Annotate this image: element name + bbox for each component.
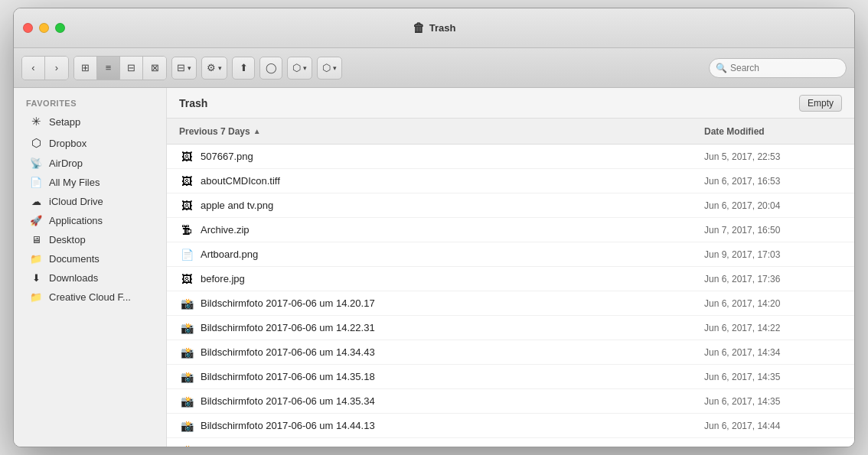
table-row[interactable]: 📄Artboard.pngJun 9, 2017, 17:03 xyxy=(167,242,854,267)
search-input[interactable] xyxy=(730,63,840,73)
content-area: Trash Empty Previous 7 Days ▲ xyxy=(167,88,854,447)
applications-icon: 🚀 xyxy=(29,215,43,226)
search-box[interactable]: 🔍 xyxy=(709,58,847,78)
file-icon: 📸 xyxy=(179,345,194,360)
date-column-header[interactable]: Date Modified xyxy=(704,126,842,137)
window-title: Trash xyxy=(429,22,456,34)
file-icon: 📸 xyxy=(179,443,194,447)
list-view-button[interactable]: ≡ xyxy=(97,57,120,80)
table-row[interactable]: 🖼507667.pngJun 5, 2017, 22:53 xyxy=(167,145,854,169)
table-row[interactable]: 🖼aboutCMDIcon.tiffJun 6, 2017, 16:53 xyxy=(167,169,854,193)
sidebar: Favorites ✳ Setapp ⬡ Dropbox 📡 AirDrop 📄… xyxy=(14,88,167,447)
column-view-icon: ⊟ xyxy=(127,62,135,73)
table-row[interactable]: 📸Bildschirmfoto 2017-06-06 um 14.22.31Ju… xyxy=(167,316,854,340)
creative-cloud-icon: 📁 xyxy=(29,291,43,303)
list-view-icon: ≡ xyxy=(106,62,112,73)
file-date: Jun 6, 2017, 20:04 xyxy=(704,200,842,211)
documents-icon: 📁 xyxy=(29,253,43,265)
empty-button-arrow xyxy=(801,88,847,92)
name-column-header[interactable]: Previous 7 Days ▲ xyxy=(179,126,704,137)
sidebar-item-icloud-drive[interactable]: ☁ iCloud Drive xyxy=(17,192,163,211)
back-button[interactable]: ‹ xyxy=(22,57,45,80)
file-name: aboutCMDIcon.tiff xyxy=(201,175,704,187)
sidebar-item-label: Setapp xyxy=(49,116,80,128)
sidebar-item-downloads[interactable]: ⬇ Downloads xyxy=(17,268,163,288)
file-icon: 🖼 xyxy=(179,198,194,213)
table-row[interactable]: 🗜Archive.zipJun 7, 2017, 16:50 xyxy=(167,218,854,242)
table-row[interactable]: 📸Bildschirmfoto 2017-06-06 um 14.44.20Ju… xyxy=(167,438,854,447)
cover-view-button[interactable]: ⊠ xyxy=(143,57,166,80)
file-date: Jun 6, 2017, 14:35 xyxy=(704,396,842,407)
file-name: Bildschirmfoto 2017-06-06 um 14.20.17 xyxy=(201,297,704,309)
tag-icon: ◯ xyxy=(266,62,277,73)
icon-view-button[interactable]: ⊞ xyxy=(74,57,97,80)
file-name: Bildschirmfoto 2017-06-06 um 14.35.18 xyxy=(201,371,704,382)
sidebar-item-label: iCloud Drive xyxy=(49,196,103,207)
file-name: Archive.zip xyxy=(201,224,704,236)
file-name: Bildschirmfoto 2017-06-06 um 14.22.31 xyxy=(201,322,704,333)
table-row[interactable]: 📸Bildschirmfoto 2017-06-06 um 14.35.34Ju… xyxy=(167,389,854,414)
cover-view-icon: ⊠ xyxy=(151,62,159,73)
file-name: before.jpg xyxy=(201,273,704,284)
sidebar-item-applications[interactable]: 🚀 Applications xyxy=(17,211,163,230)
table-row[interactable]: 📸Bildschirmfoto 2017-06-06 um 14.35.18Ju… xyxy=(167,365,854,389)
window-title-area: 🗑 Trash xyxy=(413,21,456,35)
empty-button[interactable]: Empty xyxy=(799,95,842,112)
downloads-icon: ⬇ xyxy=(29,272,43,284)
file-icon: 📄 xyxy=(179,247,194,262)
file-date: Jun 6, 2017, 14:34 xyxy=(704,347,842,358)
file-icon: 🗜 xyxy=(179,223,194,238)
toolbar: ‹ › ⊞ ≡ ⊟ ⊠ ⊟ ▾ ⚙ ▾ xyxy=(14,48,854,88)
file-date: Jun 6, 2017, 14:20 xyxy=(704,298,842,309)
table-row[interactable]: 📸Bildschirmfoto 2017-06-06 um 14.20.17Ju… xyxy=(167,291,854,316)
file-name: Bildschirmfoto 2017-06-06 um 14.44.13 xyxy=(201,420,704,431)
table-row[interactable]: 📸Bildschirmfoto 2017-06-06 um 14.34.43Ju… xyxy=(167,340,854,365)
maximize-button[interactable] xyxy=(55,23,65,33)
icloud-icon: ☁ xyxy=(29,196,43,207)
dropbox-button[interactable]: ⬡ ▾ xyxy=(287,57,312,80)
icon-view-icon: ⊞ xyxy=(81,62,90,73)
dropbox2-icon: ⬡ xyxy=(322,62,331,73)
sidebar-item-all-my-files[interactable]: 📄 All My Files xyxy=(17,173,163,192)
share-button[interactable]: ⬆ xyxy=(232,57,255,80)
minimize-button[interactable] xyxy=(39,23,49,33)
group-button[interactable]: ⊟ ▾ xyxy=(171,57,197,80)
sidebar-item-creative-cloud[interactable]: 📁 Creative Cloud F... xyxy=(17,288,163,307)
action-button[interactable]: ⚙ ▾ xyxy=(201,57,227,80)
forward-button[interactable]: › xyxy=(45,57,68,80)
sidebar-item-setapp[interactable]: ✳ Setapp xyxy=(17,111,163,132)
dropbox2-button[interactable]: ⬡ ▾ xyxy=(317,57,342,80)
sidebar-item-documents[interactable]: 📁 Documents xyxy=(17,249,163,268)
column-view-button[interactable]: ⊟ xyxy=(120,57,143,80)
table-row[interactable]: 📸Bildschirmfoto 2017-06-06 um 14.44.13Ju… xyxy=(167,414,854,438)
tag-button[interactable]: ◯ xyxy=(259,57,282,80)
file-list: 🖼507667.pngJun 5, 2017, 22:53🖼aboutCMDIc… xyxy=(167,145,854,447)
sidebar-item-dropbox[interactable]: ⬡ Dropbox xyxy=(17,132,163,154)
sidebar-item-label: Desktop xyxy=(49,234,86,245)
content-header: Trash Empty xyxy=(167,88,854,119)
sidebar-item-airdrop[interactable]: 📡 AirDrop xyxy=(17,154,163,173)
content-title: Trash xyxy=(179,97,791,109)
file-icon: 📸 xyxy=(179,320,194,336)
main-area: Favorites ✳ Setapp ⬡ Dropbox 📡 AirDrop 📄… xyxy=(14,88,854,447)
file-name: Artboard.png xyxy=(201,249,704,260)
sidebar-item-label: Documents xyxy=(49,253,100,265)
file-icon: 📸 xyxy=(179,394,194,409)
close-button[interactable] xyxy=(23,23,33,33)
sidebar-item-label: Dropbox xyxy=(49,138,86,149)
sidebar-item-desktop[interactable]: 🖥 Desktop xyxy=(17,230,163,249)
group-chevron: ▾ xyxy=(188,64,191,72)
file-name: 507667.png xyxy=(201,151,704,162)
table-row[interactable]: 🖼apple and tv.pngJun 6, 2017, 20:04 xyxy=(167,193,854,218)
table-row[interactable]: 🖼before.jpgJun 6, 2017, 17:36 xyxy=(167,267,854,291)
back-icon: ‹ xyxy=(31,62,34,73)
file-date: Jun 6, 2017, 16:53 xyxy=(704,176,842,187)
search-icon: 🔍 xyxy=(716,63,727,73)
file-name: apple and tv.png xyxy=(201,200,704,211)
file-icon: 🖼 xyxy=(179,149,194,164)
traffic-lights xyxy=(23,23,65,33)
dropbox-icon: ⬡ xyxy=(292,62,301,73)
dropbox-chevron: ▾ xyxy=(303,64,307,72)
view-group: ⊞ ≡ ⊟ ⊠ xyxy=(73,56,167,80)
setapp-icon: ✳ xyxy=(29,115,43,128)
